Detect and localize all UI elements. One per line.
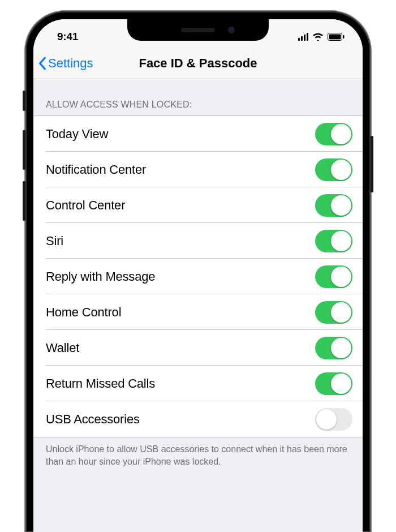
side-button [371,136,373,192]
section-header: ALLOW ACCESS WHEN LOCKED: [33,79,363,115]
toggle-home-control[interactable] [315,301,352,324]
toggle-wallet[interactable] [315,337,352,359]
page-title: Face ID & Passcode [139,56,257,71]
row-label: USB Accessories [46,412,140,427]
list-row: Reply with Message [33,259,363,294]
row-label: Return Missed Calls [46,376,155,391]
toggle-reply-with-message[interactable] [315,265,352,288]
wifi-icon [312,33,324,41]
front-camera [228,27,235,33]
back-button[interactable]: Settings [38,56,93,71]
list-row: Today View [33,116,363,152]
toggle-control-center[interactable] [315,194,352,217]
status-right [298,33,347,41]
speaker [181,28,215,32]
list-row: USB Accessories [33,401,363,437]
list-row: Wallet [33,330,363,366]
list-row: Control Center [33,187,363,223]
footer-text: Unlock iPhone to allow USB accessories t… [33,437,363,479]
toggle-today-view[interactable] [315,123,352,145]
phone-frame: 9:41 Settings [25,11,371,532]
row-label: Home Control [46,305,121,320]
notch [127,19,269,41]
row-label: Today View [46,127,108,141]
row-label: Reply with Message [46,269,155,284]
row-label: Siri [46,234,63,248]
toggle-notification-center[interactable] [315,158,352,181]
nav-bar: Settings Face ID & Passcode [33,48,363,79]
volume-up-button [23,130,25,170]
toggle-return-missed-calls[interactable] [315,372,352,395]
list-row: Siri [33,223,363,259]
svg-rect-2 [343,35,345,38]
row-label: Control Center [46,198,125,213]
screen: 9:41 Settings [33,19,363,532]
settings-list: Today ViewNotification CenterControl Cen… [33,115,363,437]
row-label: Notification Center [46,162,146,177]
mute-switch [23,91,25,111]
cellular-icon [298,33,309,41]
svg-rect-1 [329,35,341,40]
battery-icon [328,33,345,41]
list-row: Home Control [33,294,363,330]
back-label: Settings [48,56,93,71]
toggle-siri[interactable] [315,230,352,252]
chevron-left-icon [38,57,47,70]
list-row: Return Missed Calls [33,366,363,401]
volume-down-button [23,181,25,221]
row-label: Wallet [46,341,79,355]
list-row: Notification Center [33,152,363,187]
status-time: 9:41 [49,31,78,43]
toggle-usb-accessories[interactable] [315,408,352,431]
